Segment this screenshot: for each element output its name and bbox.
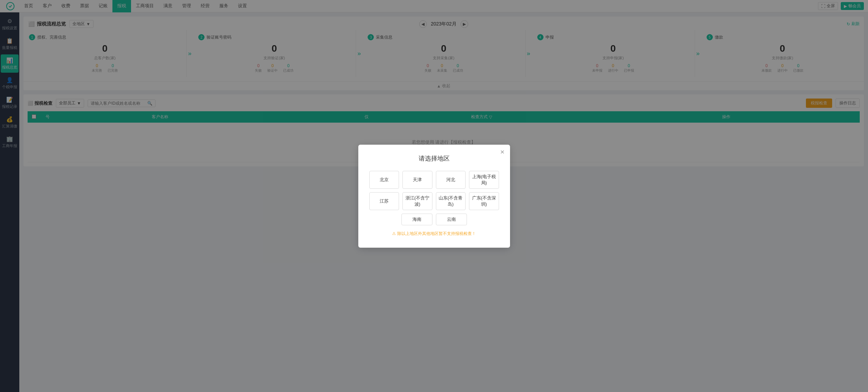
modal-overlay[interactable]: ✕ 请选择地区 北京 天津 河北 上海(电子税局) 江苏 浙江(不含宁波) 山东…: [0, 0, 868, 392]
region-btn-shandong[interactable]: 山东(不含青岛): [436, 192, 466, 210]
region-btn-hebei[interactable]: 河北: [436, 171, 466, 189]
region-row-2: 江苏 浙江(不含宁波) 山东(不含青岛) 广东(不含深圳): [369, 192, 499, 210]
modal-close-button[interactable]: ✕: [500, 149, 505, 155]
region-btn-yunnan[interactable]: 云南: [436, 214, 467, 225]
region-btn-zhejiang[interactable]: 浙江(不含宁波): [402, 192, 432, 210]
modal-title: 请选择地区: [369, 154, 499, 163]
region-btn-tianjin[interactable]: 天津: [402, 171, 432, 189]
region-select-modal: ✕ 请选择地区 北京 天津 河北 上海(电子税局) 江苏 浙江(不含宁波) 山东…: [358, 145, 510, 248]
region-btn-hainan[interactable]: 海南: [401, 214, 432, 225]
region-btn-guangdong[interactable]: 广东(不含深圳): [469, 192, 499, 210]
region-row-3: 海南 云南: [369, 214, 499, 225]
warning-text: 除以上地区外其他地区暂不支持报税检查！: [397, 231, 476, 237]
modal-warning: ⚠ 除以上地区外其他地区暂不支持报税检查！: [369, 231, 499, 237]
region-btn-shanghai[interactable]: 上海(电子税局): [469, 171, 499, 189]
region-btn-jiangsu[interactable]: 江苏: [369, 192, 399, 210]
warning-icon: ⚠: [392, 231, 396, 236]
region-row-1: 北京 天津 河北 上海(电子税局): [369, 171, 499, 189]
region-btn-beijing[interactable]: 北京: [369, 171, 399, 189]
